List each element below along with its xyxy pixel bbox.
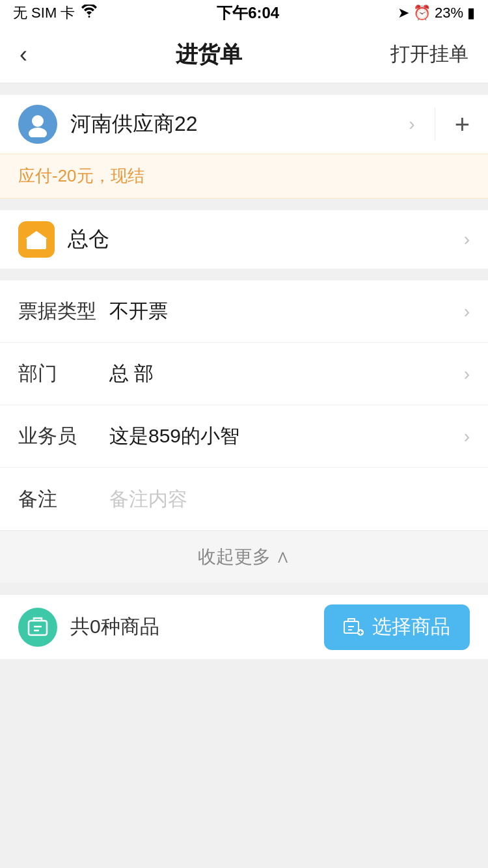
collapse-label: 收起更多 ∧ bbox=[198, 545, 291, 569]
svg-point-1 bbox=[29, 128, 47, 137]
section-gap-4 bbox=[0, 582, 488, 594]
page-title: 进货单 bbox=[176, 40, 242, 70]
product-icon-wrap bbox=[18, 608, 57, 647]
battery-icon: ▮ bbox=[467, 5, 475, 21]
warehouse-row[interactable]: 总仓 › bbox=[0, 210, 488, 269]
remark-input[interactable]: 备注内容 bbox=[109, 486, 470, 513]
collapse-button[interactable]: 收起更多 ∧ bbox=[0, 530, 488, 582]
invoice-value: 不开票 bbox=[109, 298, 464, 325]
alarm-icon: ⏰ bbox=[413, 5, 431, 21]
dept-label: 部门 bbox=[18, 360, 109, 387]
warehouse-chevron-icon: › bbox=[464, 229, 470, 250]
svg-point-0 bbox=[32, 115, 44, 127]
supplier-section: 河南供应商22 › + 应付-20元，现结 bbox=[0, 95, 488, 198]
remark-label: 备注 bbox=[18, 486, 109, 513]
supplier-right-area: › + bbox=[409, 108, 470, 141]
supplier-divider bbox=[435, 108, 435, 141]
notice-text: 应付-20元，现结 bbox=[18, 166, 144, 185]
carrier-text: 无 SIM 卡 bbox=[13, 3, 75, 23]
add-icon[interactable]: + bbox=[455, 110, 470, 139]
notice-bar: 应付-20元，现结 bbox=[0, 154, 488, 198]
invoice-label: 票据类型 bbox=[18, 298, 109, 325]
dept-chevron-icon: › bbox=[464, 364, 470, 385]
dept-value: 总 部 bbox=[109, 360, 464, 387]
warehouse-name: 总仓 bbox=[68, 225, 464, 254]
svg-marker-3 bbox=[25, 231, 47, 239]
salesman-chevron-icon: › bbox=[464, 426, 470, 447]
remark-row[interactable]: 备注 备注内容 bbox=[0, 468, 488, 530]
supplier-chevron-icon: › bbox=[409, 114, 414, 135]
supplier-avatar bbox=[18, 105, 57, 144]
select-product-label: 选择商品 bbox=[372, 614, 450, 640]
supplier-name: 河南供应商22 bbox=[70, 110, 409, 139]
back-button[interactable]: ‹ bbox=[20, 41, 27, 68]
svg-rect-2 bbox=[27, 237, 46, 249]
supplier-row[interactable]: 河南供应商22 › + bbox=[0, 95, 488, 154]
location-icon: ➤ bbox=[398, 5, 409, 21]
invoice-chevron-icon: › bbox=[464, 301, 470, 322]
open-pending-button[interactable]: 打开挂单 bbox=[390, 41, 468, 68]
time-text: 下午6:04 bbox=[217, 3, 279, 23]
warehouse-section: 总仓 › bbox=[0, 210, 488, 269]
warehouse-icon-wrap bbox=[18, 221, 55, 258]
select-product-button[interactable]: 选择商品 bbox=[324, 604, 470, 650]
section-gap-1 bbox=[0, 83, 488, 95]
product-count: 共0种商品 bbox=[70, 614, 324, 640]
salesman-row[interactable]: 业务员 这是859的小智 › bbox=[0, 405, 488, 468]
salesman-value: 这是859的小智 bbox=[109, 423, 464, 450]
invoice-type-row[interactable]: 票据类型 不开票 › bbox=[0, 280, 488, 343]
status-right: ➤ ⏰ 23% ▮ bbox=[398, 5, 475, 21]
section-gap-2 bbox=[0, 198, 488, 210]
status-bar: 无 SIM 卡 下午6:04 ➤ ⏰ 23% ▮ bbox=[0, 0, 488, 26]
dept-row[interactable]: 部门 总 部 › bbox=[0, 343, 488, 405]
section-gap-3 bbox=[0, 269, 488, 280]
battery-text: 23% bbox=[435, 5, 463, 21]
wifi-icon bbox=[80, 5, 98, 21]
status-left: 无 SIM 卡 bbox=[13, 3, 98, 23]
product-bar: 共0种商品 选择商品 bbox=[0, 594, 488, 659]
form-section: 票据类型 不开票 › 部门 总 部 › 业务员 这是859的小智 › 备注 备注… bbox=[0, 280, 488, 582]
nav-bar: ‹ 进货单 打开挂单 bbox=[0, 26, 488, 83]
svg-rect-4 bbox=[29, 621, 47, 635]
salesman-label: 业务员 bbox=[18, 423, 109, 450]
